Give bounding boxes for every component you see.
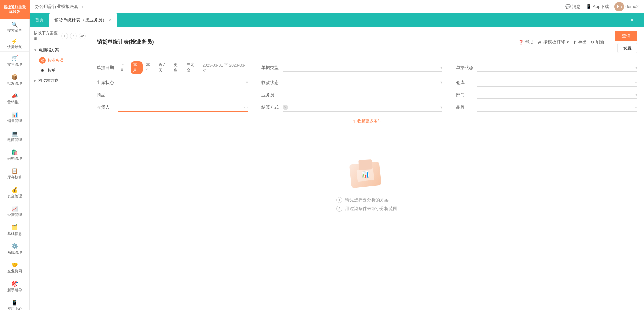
page-title: 销货单统计表(按业务员) <box>97 39 154 46</box>
settings-button[interactable]: 设置 <box>617 43 637 53</box>
left-panel-title: 按以下方案查询 <box>34 30 61 42</box>
tab-close-window-icon[interactable]: ✕ <box>630 17 634 23</box>
operation-icon: 📈 <box>11 205 18 212</box>
newbie-icon: 🎯 <box>11 280 18 287</box>
help-icon: ❓ <box>518 40 524 45</box>
hint-number-1: 1 <box>336 197 342 203</box>
dept-label: 部门 <box>456 92 475 98</box>
sidebar-item-sales[interactable]: 📊销售管理 <box>7 108 22 127</box>
message-icon: 💬 <box>565 4 571 9</box>
sidebar-item-search[interactable]: 🔍 搜索菜单 <box>0 19 29 36</box>
date-tab-this-month[interactable]: 本月 <box>131 61 142 74</box>
date-tab-last-month[interactable]: 上月 <box>118 61 129 74</box>
date-tab-custom[interactable]: 自定义 <box>184 61 200 74</box>
brand-label: 品牌 <box>456 104 475 110</box>
tab-maximize-icon[interactable]: ⛶ <box>637 17 641 23</box>
print-button[interactable]: 🖨 按模板打印 ▾ <box>538 39 569 45</box>
sidebar-item-marketing[interactable]: 📣营销推广 <box>7 89 22 108</box>
sidebar-items-list: 🛒零售管理📦批发管理📣营销推广📊销售管理💻电商管理🛍️采购管理📋库存核算💰资金管… <box>7 52 22 310</box>
filter-area: 单据日期 上月 本月 本年 近7天 更多 自定义 2023-03-01 至 20… <box>90 57 644 131</box>
brand-control[interactable]: ··· <box>477 103 637 112</box>
sidebar-item-corp[interactable]: 🤝企业协同 <box>7 258 22 277</box>
date-tab-more[interactable]: 更多 <box>172 61 183 74</box>
sidebar-item-quick-nav[interactable]: ⚡ 快捷导航 <box>0 36 29 52</box>
export-button[interactable]: ⬆ 导出 <box>573 39 587 45</box>
date-label: 单据日期 <box>97 65 115 71</box>
retail-icon: 🛒 <box>11 55 18 61</box>
tabbar: 首页 销货单统计表（按业务员） ✕ ✕ ⛶ <box>30 13 644 27</box>
refresh-icon: ↺ <box>591 40 594 45</box>
settlement-control[interactable]: ✕ ▾ <box>283 103 443 112</box>
dept-arrow-icon: ▾ <box>635 92 637 97</box>
tab-close-icon[interactable]: ✕ <box>109 18 112 22</box>
salesperson-dots-icon: ··· <box>439 92 443 97</box>
goods-dots-icon: ··· <box>244 92 248 97</box>
warehouse-dots-icon: ··· <box>633 80 637 85</box>
sidebar-item-retail[interactable]: 🛒零售管理 <box>7 52 22 70</box>
settlement-clear-icon[interactable]: ✕ <box>283 105 288 110</box>
sidebar-item-inventory[interactable]: 📋库存核算 <box>7 164 22 183</box>
sidebar-item-ecommerce[interactable]: 💻电商管理 <box>7 127 22 146</box>
sidebar-item-system[interactable]: ⚙️系统管理 <box>7 240 22 258</box>
sidebar-item-newbie[interactable]: 🎯新手引导 <box>7 277 22 296</box>
tab-home[interactable]: 首页 <box>30 13 49 27</box>
warehouse-control[interactable]: ··· <box>477 78 637 87</box>
sidebar-item-operation[interactable]: 📈经营管理 <box>7 202 22 221</box>
topbar: 办公用品行业模拟账套 ▾ 💬 消息 📱 App下载 Ea demo2 <box>30 0 644 13</box>
sidebar-item-finance[interactable]: 💰资金管理 <box>7 183 22 202</box>
tab-sales-stat[interactable]: 销货单统计表（按业务员） ✕ <box>49 13 117 27</box>
recipient-control[interactable]: ··· <box>118 103 248 112</box>
star-scheme-button[interactable]: ☆ <box>70 33 77 39</box>
query-btn-wrap: 查询 设置 <box>608 31 637 53</box>
page-actions: ❓ 帮助 🖨 按模板打印 ▾ ⬆ 导出 ↺ <box>518 39 604 45</box>
collapse-panel-button[interactable]: ≪ <box>79 33 86 39</box>
goods-control[interactable]: ··· <box>118 91 248 99</box>
out-status-control[interactable]: ▾ <box>118 79 248 86</box>
tree-sub-item-salesperson[interactable]: 员 按业务员 <box>36 55 90 66</box>
sidebar-item-wholesale[interactable]: 📦批发管理 <box>7 70 22 89</box>
empty-illustration: 📊 <box>347 158 387 192</box>
empty-state: 📊 1 请先选择要分析的方案 2 用过滤条件来缩小分析范围 <box>90 131 644 239</box>
avatar: Ea <box>614 2 624 11</box>
tree-sub-item-by-order[interactable]: ⚙ 按单 <box>36 66 90 75</box>
settlement-label: 结算方式 <box>261 104 280 110</box>
user-menu[interactable]: Ea demo2 <box>614 2 639 11</box>
collect-status-control[interactable]: ▾ <box>283 79 443 86</box>
filter-doc-type: 单据类型 ▾ <box>261 64 443 72</box>
warehouse-label: 仓库 <box>456 80 475 86</box>
tree-item-desktop[interactable]: ▼ 电脑端方案 <box>30 45 90 55</box>
empty-text-area: 1 请先选择要分析的方案 2 用过滤条件来缩小分析范围 <box>336 197 397 212</box>
page-header: 销货单统计表(按业务员) ❓ 帮助 🖨 按模板打印 ▾ ⬆ <box>90 27 644 57</box>
collect-status-arrow-icon: ▾ <box>440 80 442 85</box>
sidebar-item-app-center[interactable]: 📱应用中心 <box>7 296 22 310</box>
dept-control[interactable]: ▾ <box>477 91 637 99</box>
filter-dept: 部门 ▾ <box>456 91 637 99</box>
doc-type-control[interactable]: ▾ <box>283 64 443 72</box>
collapse-filters-button[interactable]: ⇑ 收起更多条件 <box>97 116 637 127</box>
messages-button[interactable]: 💬 消息 <box>565 4 581 10</box>
right-content: 销货单统计表(按业务员) ❓ 帮助 🖨 按模板打印 ▾ ⬆ <box>90 27 644 310</box>
date-range-text: 2023-03-01 至 2023-03-31 <box>202 63 248 73</box>
refresh-button[interactable]: ↺ 刷新 <box>591 39 604 45</box>
tree-item-mobile[interactable]: ▶ 移动端方案 <box>30 75 90 85</box>
topbar-dropdown-icon[interactable]: ▾ <box>81 4 84 9</box>
query-button[interactable]: 查询 <box>615 31 637 41</box>
salesperson-control[interactable]: ··· <box>283 91 443 99</box>
date-tabs: 上月 本月 本年 近7天 更多 自定义 <box>118 61 200 74</box>
filter-row-4: 收货人 ··· 结算方式 ✕ ▾ <box>97 103 637 112</box>
date-tab-this-year[interactable]: 本年 <box>144 61 155 74</box>
date-tab-7days[interactable]: 近7天 <box>157 61 170 74</box>
help-button[interactable]: ❓ 帮助 <box>518 39 534 45</box>
tree-sub-desktop: 员 按业务员 ⚙ 按单 <box>30 55 90 75</box>
doc-status-control[interactable]: ▾ <box>477 64 637 72</box>
main-area: 办公用品行业模拟账套 ▾ 💬 消息 📱 App下载 Ea demo2 首页 <box>30 0 644 310</box>
print-dropdown-icon: ▾ <box>567 40 569 45</box>
out-status-arrow-icon: ▾ <box>246 80 248 85</box>
sidebar-item-basic[interactable]: 🗂️基础信息 <box>7 221 22 240</box>
sidebar-item-purchase[interactable]: 🛍️采购管理 <box>7 146 22 164</box>
finance-icon: 💰 <box>11 187 18 193</box>
page-content: 按以下方案查询 + ☆ ≪ ▼ 电脑端方案 员 按业务员 <box>30 27 644 310</box>
add-scheme-button[interactable]: + <box>61 33 68 39</box>
tree-root: ▼ 电脑端方案 员 按业务员 ⚙ 按单 ▶ 移动端方案 <box>30 45 90 85</box>
app-download-button[interactable]: 📱 App下载 <box>586 4 609 10</box>
